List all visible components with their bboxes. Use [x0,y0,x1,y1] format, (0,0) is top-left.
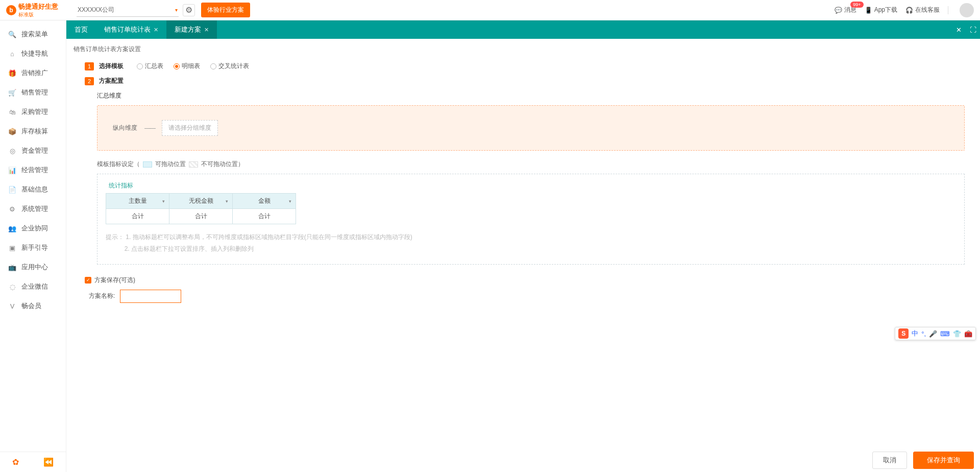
box-icon: 📦 [8,127,16,135]
sidebar: 🔍搜索菜单 ⌂快捷导航 🎁营销推广 🛒销售管理 🛍采购管理 📦库存核算 ◎资金管… [0,20,66,472]
save-and-query-button[interactable]: 保存并查询 [913,452,974,469]
sidebar-item-collab[interactable]: 👥企业协同 [0,219,66,238]
close-all-tabs-button[interactable]: ✕ [951,20,966,39]
sidebar-item-wechat[interactable]: ◌企业微信 [0,277,66,296]
headset-icon: 🎧 [905,7,913,14]
sidebar-item-purchase[interactable]: 🛍采购管理 [0,102,66,122]
tab-label: 销售订单统计表 [104,25,151,34]
ime-mic-icon[interactable]: 🎤 [929,330,937,338]
dimension-panel: 纵向维度 —— 请选择分组维度 [97,105,965,151]
cell-total: 合计 [106,209,169,224]
tab-label: 首页 [75,25,88,34]
sidebar-item-label: 采购管理 [21,107,48,116]
tab-sales-order-stats[interactable]: 销售订单统计表✕ [96,20,166,39]
chart-icon: 📊 [8,166,16,174]
online-service-button[interactable]: 🎧 在线客服 [905,6,940,14]
hints-label: 提示： [106,233,124,241]
col-header-qty[interactable]: 主数量▾ [106,194,169,209]
group-dimension-selector[interactable]: 请选择分组维度 [162,120,218,136]
page-title: 销售订单统计表方案设置 [74,45,965,54]
main: 首页 销售订单统计表✕ 新建方案✕ ✕ ⛶ 销售订单统计表方案设置 1 选择模板… [66,20,980,472]
radio-detail[interactable]: 明细表 [174,62,200,70]
save-section-row: ✓ 方案保存(可选) [85,276,965,285]
user-avatar[interactable] [960,3,974,17]
sidebar-item-member[interactable]: V畅会员 [0,296,66,316]
team-icon: 👥 [8,224,16,232]
sidebar-item-label: 快捷导航 [21,49,48,58]
logo-icon: b [6,5,16,15]
dimension-title: 汇总维度 [97,91,965,100]
sidebar-item-label: 销售管理 [21,88,48,97]
sidebar-item-inventory[interactable]: 📦库存核算 [0,122,66,141]
save-checkbox[interactable]: ✓ [85,277,91,284]
ime-punct-icon[interactable]: °, [921,330,926,338]
vip-icon: V [8,302,16,310]
fullscreen-button[interactable]: ⛶ [966,20,980,39]
app-download-button[interactable]: 📱 App下载 [865,6,897,14]
company-selector[interactable]: XXXXXX公司 ▾ [77,4,179,17]
sidebar-item-finance[interactable]: ◎资金管理 [0,141,66,160]
sidebar-item-sales[interactable]: 🛒销售管理 [0,83,66,102]
doc-icon: 📄 [8,185,16,194]
ime-lang[interactable]: 中 [912,329,918,338]
logo-subtitle: 标准版 [18,11,34,18]
hint-1: 1. 拖动标题栏可以调整布局，不可跨维度或指标区域拖动栏目字段(只能在同一维度或… [126,233,412,241]
cancel-button[interactable]: 取消 [872,452,907,469]
chat-icon: 💬 [835,7,842,14]
sidebar-item-operation[interactable]: 📊经营管理 [0,160,66,180]
col-header-notax[interactable]: 无税金额▾ [169,194,233,209]
hints: 提示： 1. 拖动标题栏可以调整布局，不可跨维度或指标区域拖动栏目字段(只能在同… [106,231,956,255]
radio-cross[interactable]: 交叉统计表 [210,62,249,70]
scheme-name-input[interactable] [120,290,181,303]
col-label: 无税金额 [189,197,213,204]
scheme-name-row: 方案名称: [89,290,965,303]
indicator-panel: 统计指标 主数量▾ 无税金额▾ 金额▾ 合计 合计 合计 [97,174,965,265]
tab-new-scheme[interactable]: 新建方案✕ [166,20,217,39]
mobile-icon: 📱 [865,7,872,14]
not-draggable-swatch [189,161,198,168]
play-icon: ▣ [8,244,16,252]
sidebar-item-search[interactable]: 🔍搜索菜单 [0,25,66,44]
sidebar-settings-icon[interactable]: ✿ [12,457,19,467]
ime-toolbar[interactable]: S 中 °, 🎤 ⌨ 👕 🧰 [895,327,976,340]
logo: b 畅捷通好生意 标准版 [6,2,66,18]
app-download-label: App下载 [874,6,897,14]
col-label: 主数量 [129,197,147,204]
radio-icon [137,63,143,69]
settings-gear-button[interactable]: ⚙ [183,4,195,16]
close-icon[interactable]: ✕ [154,27,158,33]
indicator-table: 主数量▾ 无税金额▾ 金额▾ 合计 合计 合计 [106,193,296,224]
ime-skin-icon[interactable]: 👕 [953,330,961,338]
sidebar-item-marketing[interactable]: 🎁营销推广 [0,63,66,83]
sidebar-item-label: 系统管理 [21,204,48,214]
ime-keyboard-icon[interactable]: ⌨ [940,330,950,338]
sidebar-item-quicknav[interactable]: ⌂快捷导航 [0,44,66,63]
save-section-label: 方案保存(可选) [94,276,135,285]
sidebar-item-system[interactable]: ⚙系统管理 [0,199,66,219]
sidebar-item-label: 搜索菜单 [21,30,48,39]
chevron-down-icon: ▾ [289,199,291,204]
bag-icon: 🛍 [8,108,16,116]
tab-home[interactable]: 首页 [66,20,96,39]
sidebar-item-guide[interactable]: ▣新手引导 [0,238,66,257]
experience-industry-button[interactable]: 体验行业方案 [201,3,250,17]
messages-button[interactable]: 💬 消息 99+ [835,6,856,14]
sidebar-collapse-icon[interactable]: ⏪ [43,457,54,467]
sidebar-nav: 🔍搜索菜单 ⌂快捷导航 🎁营销推广 🛒销售管理 🛍采购管理 📦库存核算 ◎资金管… [0,20,66,452]
template-radio-group: 汇总表 明细表 交叉统计表 [137,62,249,70]
sidebar-item-basic[interactable]: 📄基础信息 [0,180,66,199]
vertical-dim-label: 纵向维度 [113,124,137,132]
step-1-row: 1 选择模板 汇总表 明细表 交叉统计表 [85,62,965,70]
sidebar-item-label: 营销推广 [21,68,48,78]
draggable-swatch [143,161,152,168]
radio-summary[interactable]: 汇总表 [137,62,163,70]
sidebar-item-appcenter[interactable]: 📺应用中心 [0,257,66,277]
close-icon[interactable]: ✕ [204,27,209,33]
legend-prefix: 模板指标设定（ [97,160,140,169]
radio-icon [174,63,180,69]
header-right: 💬 消息 99+ 📱 App下载 🎧 在线客服 [835,3,974,17]
top-header: b 畅捷通好生意 标准版 XXXXXX公司 ▾ ⚙ 体验行业方案 💬 消息 99… [0,0,980,20]
sidebar-item-label: 库存核算 [21,127,48,136]
col-header-amount[interactable]: 金额▾ [233,194,296,209]
ime-toolbox-icon[interactable]: 🧰 [964,330,972,338]
